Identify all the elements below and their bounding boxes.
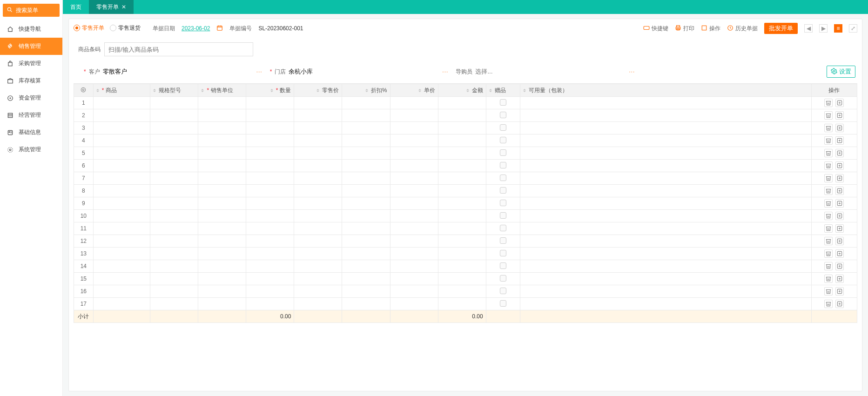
cell-price[interactable] (294, 185, 342, 197)
cell-unitprice[interactable] (390, 210, 438, 222)
cell-unit[interactable] (198, 147, 246, 160)
cell-avail[interactable] (520, 235, 812, 248)
cell-unit[interactable] (198, 248, 246, 260)
table-row[interactable]: 1 (74, 97, 857, 109)
cell-unit[interactable] (198, 122, 246, 134)
col-unit[interactable]: *销售单位 (198, 84, 246, 97)
cell-unitprice[interactable] (390, 285, 438, 298)
table-row[interactable]: 14 (74, 260, 857, 273)
cell-spec[interactable] (150, 122, 198, 134)
table-row[interactable]: 3 (74, 122, 857, 134)
gift-checkbox[interactable] (500, 124, 506, 131)
cell-avail[interactable] (520, 134, 812, 147)
sidebar-item-sales[interactable]: 销售管理 (0, 38, 62, 55)
table-row[interactable]: 11 (74, 222, 857, 235)
cell-product[interactable] (93, 185, 150, 197)
cell-price[interactable] (294, 260, 342, 273)
cell-product[interactable] (93, 260, 150, 273)
cell-discount[interactable] (342, 160, 390, 172)
cell-spec[interactable] (150, 285, 198, 298)
cell-qty[interactable] (246, 235, 294, 248)
col-discount[interactable]: 折扣% (342, 84, 390, 97)
add-row-button[interactable] (835, 300, 844, 308)
nav-next[interactable]: ▶ (819, 24, 828, 33)
cell-discount[interactable] (342, 147, 390, 160)
mode-radio[interactable]: 零售开单 (74, 24, 104, 32)
cell-gift[interactable] (486, 97, 520, 109)
cell-product[interactable] (93, 172, 150, 185)
cell-product[interactable] (93, 222, 150, 235)
col-avail[interactable]: 可用量（包装） (520, 84, 812, 97)
cell-unitprice[interactable] (390, 147, 438, 160)
delete-row-button[interactable] (824, 187, 833, 195)
calendar-icon[interactable] (216, 25, 223, 33)
cell-price[interactable] (294, 235, 342, 248)
sidebar-item-inventory[interactable]: 库存核算 (0, 72, 62, 89)
cell-spec[interactable] (150, 147, 198, 160)
cell-unitprice[interactable] (390, 122, 438, 134)
delete-row-button[interactable] (824, 199, 833, 208)
delete-row-button[interactable] (824, 300, 833, 308)
cell-amount[interactable] (438, 134, 486, 147)
cell-discount[interactable] (342, 248, 390, 260)
cell-unitprice[interactable] (390, 248, 438, 260)
cell-spec[interactable] (150, 260, 198, 273)
cell-product[interactable] (93, 298, 150, 310)
col-spec[interactable]: 规格型号 (150, 84, 198, 97)
cell-discount[interactable] (342, 109, 390, 122)
cell-spec[interactable] (150, 172, 198, 185)
col-product[interactable]: *商品 (93, 84, 150, 97)
gift-checkbox[interactable] (500, 175, 506, 181)
table-row[interactable]: 16 (74, 285, 857, 298)
cell-qty[interactable] (246, 285, 294, 298)
add-row-button[interactable] (835, 161, 844, 170)
cell-spec[interactable] (150, 298, 198, 310)
cell-amount[interactable] (438, 160, 486, 172)
gift-checkbox[interactable] (500, 288, 506, 294)
cell-unitprice[interactable] (390, 185, 438, 197)
date-value[interactable]: 2023-06-02 (182, 25, 210, 32)
cell-discount[interactable] (342, 273, 390, 285)
cell-unitprice[interactable] (390, 97, 438, 109)
add-row-button[interactable] (835, 174, 844, 182)
cell-unitprice[interactable] (390, 222, 438, 235)
cell-discount[interactable] (342, 197, 390, 210)
cell-avail[interactable] (520, 122, 812, 134)
cell-discount[interactable] (342, 172, 390, 185)
add-row-button[interactable] (835, 249, 844, 258)
delete-row-button[interactable] (824, 161, 833, 170)
cell-spec[interactable] (150, 210, 198, 222)
cell-price[interactable] (294, 248, 342, 260)
cell-qty[interactable] (246, 109, 294, 122)
cell-discount[interactable] (342, 298, 390, 310)
cell-gift[interactable] (486, 235, 520, 248)
delete-row-button[interactable] (824, 224, 833, 233)
table-row[interactable]: 17 (74, 298, 857, 310)
cell-product[interactable] (93, 197, 150, 210)
tab[interactable]: 零售开单✕ (89, 0, 134, 14)
sidebar-item-home[interactable]: 快捷导航 (0, 20, 62, 38)
cell-unit[interactable] (198, 222, 246, 235)
cell-price[interactable] (294, 210, 342, 222)
cell-gift[interactable] (486, 210, 520, 222)
gift-checkbox[interactable] (500, 99, 506, 106)
cell-qty[interactable] (246, 134, 294, 147)
table-row[interactable]: 4 (74, 134, 857, 147)
sidebar-item-system[interactable]: 系统管理 (0, 141, 62, 158)
tab[interactable]: 首页 (63, 0, 89, 14)
cell-spec[interactable] (150, 273, 198, 285)
add-row-button[interactable] (835, 262, 844, 270)
cell-avail[interactable] (520, 147, 812, 160)
cell-product[interactable] (93, 97, 150, 109)
cell-unitprice[interactable] (390, 160, 438, 172)
delete-row-button[interactable] (824, 249, 833, 258)
store-selector[interactable]: * 门店 ··· (270, 68, 451, 76)
col-qty[interactable]: *数量 (246, 84, 294, 97)
add-row-button[interactable] (835, 111, 844, 120)
cell-spec[interactable] (150, 248, 198, 260)
cell-discount[interactable] (342, 235, 390, 248)
gift-checkbox[interactable] (500, 212, 506, 219)
cell-amount[interactable] (438, 109, 486, 122)
guide-selector[interactable]: 导购员 ··· (456, 68, 637, 76)
cell-gift[interactable] (486, 160, 520, 172)
